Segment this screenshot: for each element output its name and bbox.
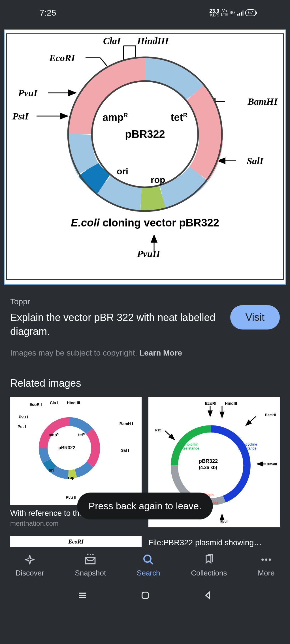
svg-point-18 xyxy=(144,555,151,562)
nav-discover[interactable]: Discover xyxy=(15,553,44,577)
label-ori: ori xyxy=(117,166,128,177)
svg-rect-26 xyxy=(142,592,149,599)
label-tet: tetR xyxy=(170,112,187,123)
search-icon xyxy=(142,553,154,566)
label-clal: ClaI xyxy=(103,36,121,46)
related-title: File:PBR322 plasmid showing… xyxy=(148,538,280,547)
label-rop: rop xyxy=(151,175,165,185)
label-hindiii: HindIII xyxy=(137,36,169,46)
status-right: 23.0 KB/S Vo LTE 4G 67 xyxy=(209,9,256,17)
recents-button[interactable] xyxy=(77,590,88,602)
bookmark-icon xyxy=(203,553,215,566)
image-title: Explain the vector pBR 322 with neat lab… xyxy=(10,311,223,338)
source-name[interactable]: Toppr xyxy=(10,297,223,306)
system-nav xyxy=(0,583,290,609)
label-bamhi: BamHI xyxy=(248,96,278,107)
battery-indicator: 67 xyxy=(245,9,256,16)
svg-line-15 xyxy=(165,431,174,440)
network-speed: 23.0 KB/S xyxy=(209,9,219,17)
svg-point-22 xyxy=(269,559,271,561)
visit-button[interactable]: Visit xyxy=(230,305,280,330)
label-pvul: PvuI xyxy=(18,88,37,99)
more-icon xyxy=(260,553,272,566)
status-time: 7:25 xyxy=(40,8,56,18)
snapshot-icon xyxy=(84,553,97,566)
info-panel: Toppr Explain the vector pBR 322 with ne… xyxy=(0,289,290,369)
network-4g: 4G xyxy=(230,10,236,15)
label-pstl: PstI xyxy=(12,111,29,122)
label-amp: ampR xyxy=(103,112,128,123)
nav-search[interactable]: Search xyxy=(137,553,160,577)
related-strip: EcoRI File:PBR322 plasmid showing… xyxy=(0,536,290,550)
related-card[interactable]: File:PBR322 plasmid showing… xyxy=(148,536,280,547)
nav-collections[interactable]: Collections xyxy=(191,553,227,577)
nav-more[interactable]: More xyxy=(258,553,274,577)
diagram-caption: E.coli cloning vector pBR322 xyxy=(10,217,280,229)
svg-line-19 xyxy=(150,561,153,564)
bottom-nav: Discover Snapshot Search Collections Mor… xyxy=(0,550,290,583)
label-center: pBR322 xyxy=(125,128,165,140)
volte-indicator: Vo LTE xyxy=(221,9,228,16)
plasmid-ring: ampR tetR pBR322 ori rop xyxy=(66,55,224,213)
svg-point-21 xyxy=(265,559,267,561)
signal-icon xyxy=(237,10,244,16)
related-card[interactable]: EcoRI xyxy=(10,536,142,547)
main-image-card[interactable]: ClaI HindIII EcoRI PvuI PstI BamHI SalI … xyxy=(4,29,286,285)
related-heading: Related images xyxy=(10,377,280,389)
svg-line-14 xyxy=(246,416,256,425)
status-bar: 7:25 23.0 KB/S Vo LTE 4G 67 xyxy=(0,0,290,25)
nav-snapshot[interactable]: Snapshot xyxy=(75,553,106,577)
diagram-frame: ClaI HindIII EcoRI PvuI PstI BamHI SalI … xyxy=(6,33,284,280)
label-sall: SalI xyxy=(247,156,263,166)
svg-point-20 xyxy=(261,559,264,561)
back-button[interactable] xyxy=(203,590,213,601)
sparkle-icon xyxy=(24,553,35,566)
related-source: meritnation.com xyxy=(10,519,142,527)
copyright-notice[interactable]: Images may be subject to copyright. Lear… xyxy=(10,348,280,358)
strip-thumbnail: EcoRI xyxy=(10,536,142,547)
learn-more-link[interactable]: Learn More xyxy=(139,348,182,357)
related-thumbnail-1: EcoR I Cla I Hind III Pvu I Pst I BamH I… xyxy=(10,397,142,505)
label-pvull: PvuII xyxy=(137,249,160,259)
toast-message: Press back again to leave. xyxy=(77,493,213,519)
home-button[interactable] xyxy=(140,590,150,601)
